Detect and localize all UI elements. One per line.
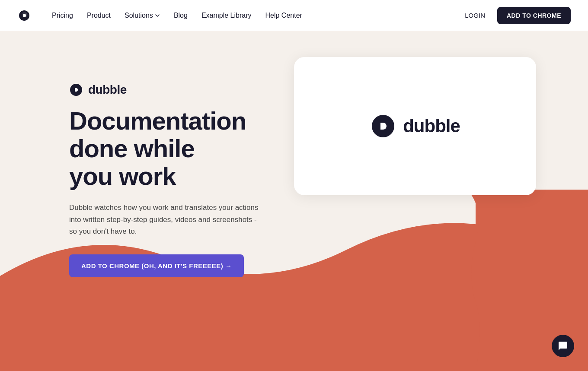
hero-brand-name: dubble: [88, 83, 127, 97]
hero-content: dubble Documentation done while you work…: [0, 66, 259, 277]
dubble-logo-icon: [17, 9, 31, 22]
hero-headline: Documentation done while you work: [69, 107, 259, 190]
nav-logo[interactable]: [17, 9, 31, 22]
card-dubble-logo-icon: [370, 113, 396, 139]
hero-cta-button[interactable]: ADD TO CHROME (OH, AND IT'S FREEEEE) →: [69, 254, 244, 277]
nav-link-help-center[interactable]: Help Center: [260, 8, 307, 23]
navbar: Pricing Product Solutions Blog Example L…: [0, 0, 588, 31]
hero-brand: dubble: [69, 83, 259, 97]
login-button[interactable]: LOGIN: [458, 8, 492, 22]
nav-left: Pricing Product Solutions Blog Example L…: [17, 8, 307, 23]
nav-link-blog[interactable]: Blog: [169, 8, 193, 23]
hero-product-card: dubble: [294, 57, 536, 195]
nav-right: LOGIN ADD TO CHROME: [458, 7, 571, 24]
nav-links: Pricing Product Solutions Blog Example L…: [47, 8, 307, 23]
nav-link-solutions[interactable]: Solutions: [119, 8, 165, 23]
hero-card-area: dubble: [294, 57, 536, 195]
chat-button[interactable]: [552, 335, 574, 357]
hero-section: dubble Documentation done while you work…: [0, 31, 588, 371]
nav-link-product[interactable]: Product: [82, 8, 116, 23]
add-to-chrome-button[interactable]: ADD TO CHROME: [497, 7, 571, 24]
hero-description: Dubble watches how you work and translat…: [69, 202, 259, 237]
hero-dubble-logo-icon: [69, 83, 83, 97]
nav-link-pricing[interactable]: Pricing: [47, 8, 78, 23]
nav-link-example-library[interactable]: Example Library: [196, 8, 257, 23]
chat-icon: [558, 341, 568, 351]
card-logo-group: dubble: [370, 113, 460, 139]
chevron-down-icon: [155, 13, 160, 18]
card-brand-name: dubble: [403, 116, 460, 136]
